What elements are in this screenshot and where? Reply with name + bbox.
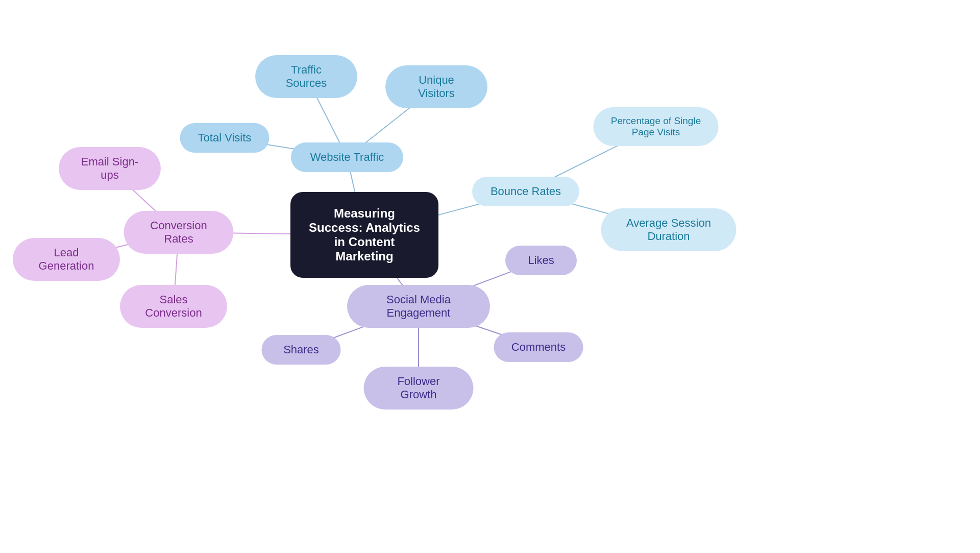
- conversion-rates-node[interactable]: Conversion Rates: [124, 211, 234, 254]
- sales-conversion-node[interactable]: Sales Conversion: [120, 285, 227, 328]
- total-visits-node[interactable]: Total Visits: [180, 123, 270, 153]
- website-traffic-node[interactable]: Website Traffic: [291, 142, 403, 172]
- center-node[interactable]: Measuring Success: Analytics in Content …: [290, 192, 438, 278]
- avg-session-node[interactable]: Average Session Duration: [601, 208, 737, 251]
- percentage-single-node[interactable]: Percentage of Single Page Visits: [594, 107, 719, 146]
- email-signups-node[interactable]: Email Sign-ups: [59, 147, 161, 190]
- comments-node[interactable]: Comments: [494, 332, 583, 362]
- unique-visitors-node[interactable]: Unique Visitors: [385, 65, 487, 108]
- social-media-node[interactable]: Social Media Engagement: [347, 285, 490, 328]
- follower-growth-node[interactable]: Follower Growth: [364, 367, 474, 410]
- likes-node[interactable]: Likes: [505, 246, 577, 275]
- lead-generation-node[interactable]: Lead Generation: [13, 238, 120, 281]
- shares-node[interactable]: Shares: [262, 335, 341, 365]
- connections-svg: [0, 0, 980, 553]
- bounce-rates-node[interactable]: Bounce Rates: [472, 177, 579, 206]
- mindmap-container: Measuring Success: Analytics in Content …: [0, 0, 980, 553]
- traffic-sources-node[interactable]: Traffic Sources: [255, 55, 357, 98]
